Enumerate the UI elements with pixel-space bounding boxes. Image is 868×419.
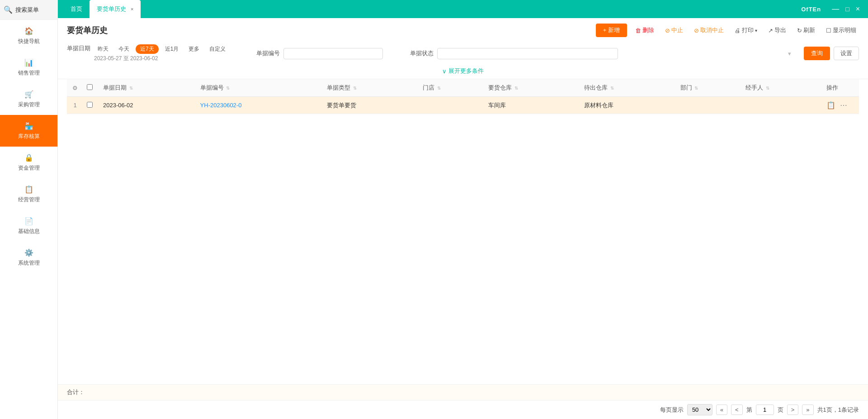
top-right-area: OfTEn — □ × <box>801 5 863 13</box>
col-checkbox[interactable] <box>83 79 99 97</box>
date-filter-group: 单据日期 昨天 今天 近7天 近1月 更多 自定义 2023-05-27 至 2… <box>67 44 229 62</box>
sidebar-item-label: 经营管理 <box>18 196 40 204</box>
date-last1month-button[interactable]: 近1月 <box>161 44 183 54</box>
select-all-checkbox[interactable] <box>87 84 93 90</box>
print-button[interactable]: 🖨 打印 ▾ <box>732 24 760 36</box>
operation-icon <box>24 185 33 194</box>
sidebar-item-inventory[interactable]: 库存核算 <box>0 115 57 147</box>
display-detail-button[interactable]: ☐ 显示明细 <box>823 24 859 36</box>
sidebar-item-sales[interactable]: 销售管理 <box>0 52 57 83</box>
col-date[interactable]: 单据日期 ⇅ <box>99 79 197 97</box>
sidebar-item-system[interactable]: 系统管理 <box>0 242 57 273</box>
sidebar-item-label: 库存核算 <box>18 133 40 140</box>
col-store[interactable]: 门店 ⇅ <box>419 79 485 97</box>
refresh-button[interactable]: ↻ 刷新 <box>794 24 818 36</box>
doc-no-input[interactable] <box>283 48 383 59</box>
store-sort-icon: ⇅ <box>437 86 441 90</box>
date-last7days-button[interactable]: 近7天 <box>136 44 159 54</box>
row-actions: 📋 ⋯ <box>823 97 859 114</box>
date-today-button[interactable]: 今天 <box>115 44 133 54</box>
export-icon: ↗ <box>768 27 773 34</box>
prev-page-button[interactable]: < <box>731 405 743 415</box>
search-icon <box>4 5 13 14</box>
row-num: 1 <box>67 97 83 114</box>
date-range-display: 2023-05-27 至 2023-06-02 <box>94 55 229 62</box>
tab-home[interactable]: 首页 <box>63 0 90 18</box>
inventory-icon <box>24 121 33 131</box>
print-icon: 🖨 <box>735 27 741 34</box>
window-minimize-button[interactable]: — <box>829 5 842 13</box>
sidebar-item-quick-nav[interactable]: 快捷导航 <box>0 20 57 52</box>
sidebar-search[interactable]: 搜索菜单 <box>0 0 57 20</box>
col-doc-type[interactable]: 单据类型 ⇅ <box>323 79 419 97</box>
export-button[interactable]: ↗ 导出 <box>765 24 789 36</box>
main-area: 首页 要货单历史 × OfTEn — □ × 要货单历史 + 新增 🗑 <box>58 0 868 419</box>
sidebar-item-label: 基础信息 <box>18 228 40 235</box>
add-button[interactable]: + 新增 <box>596 24 627 37</box>
row-more-icon[interactable]: ⋯ <box>840 101 847 109</box>
row-edit-icon[interactable]: 📋 <box>826 101 835 109</box>
brand-logo: OfTEn <box>801 6 821 13</box>
settings-button[interactable]: 设置 <box>834 47 859 60</box>
col-req-warehouse[interactable]: 要货仓库 ⇅ <box>485 79 580 97</box>
col-handler[interactable]: 经手人 ⇅ <box>742 79 823 97</box>
doc-no-sort-icon: ⇅ <box>226 86 230 90</box>
status-filter-group: 单据状态 ▾ <box>410 48 795 59</box>
sidebar-item-label: 采购管理 <box>18 101 40 109</box>
tab-requisition-history[interactable]: 要货单历史 × <box>90 0 141 18</box>
last-page-button[interactable]: » <box>802 405 813 415</box>
sidebar-item-basic[interactable]: 基础信息 <box>0 210 57 242</box>
status-select-arrow: ▾ <box>788 50 791 57</box>
row-checkbox[interactable] <box>83 97 99 114</box>
top-bar: 首页 要货单历史 × OfTEn — □ × <box>58 0 868 18</box>
page-size-select[interactable]: 50 100 200 <box>687 404 712 415</box>
col-department[interactable]: 部门 ⇅ <box>677 79 742 97</box>
row-req-warehouse: 车间库 <box>485 97 580 114</box>
sales-icon <box>24 58 33 67</box>
tab-home-label: 首页 <box>71 5 82 13</box>
query-button[interactable]: 查询 <box>804 47 830 60</box>
req-warehouse-sort-icon: ⇅ <box>514 86 518 90</box>
date-options-wrap: 昨天 今天 近7天 近1月 更多 自定义 2023-05-27 至 2023-0… <box>94 44 229 62</box>
expand-more-button[interactable]: ∨ 展开更多条件 <box>442 67 484 75</box>
row-date: 2023-06-02 <box>99 97 197 114</box>
row-pending-warehouse: 原材料仓库 <box>580 97 676 114</box>
table-header-row: ⚙ 单据日期 ⇅ 单据编号 ⇅ <box>67 79 859 97</box>
cancel-stop-icon: ⊘ <box>694 27 699 34</box>
table-body: 1 2023-06-02 YH-20230602-0 要货单要货 车间库 原材料… <box>67 97 859 114</box>
table-row[interactable]: 1 2023-06-02 YH-20230602-0 要货单要货 车间库 原材料… <box>67 97 859 114</box>
tab-close-button[interactable]: × <box>131 6 133 12</box>
expand-icon: ∨ <box>442 68 447 75</box>
col-settings[interactable]: ⚙ <box>67 79 83 97</box>
status-select[interactable] <box>437 48 618 59</box>
col-pending-warehouse[interactable]: 待出仓库 ⇅ <box>580 79 676 97</box>
col-doc-no[interactable]: 单据编号 ⇅ <box>197 79 323 97</box>
cancel-stop-button[interactable]: ⊘ 取消中止 <box>691 24 726 36</box>
date-more-button[interactable]: 更多 <box>185 44 203 54</box>
sidebar-item-label: 销售管理 <box>18 69 40 77</box>
finance-icon <box>24 153 33 162</box>
row-department <box>677 97 742 114</box>
sidebar-item-operation[interactable]: 经营管理 <box>0 178 57 210</box>
sidebar-search-label: 搜索菜单 <box>15 6 39 14</box>
doc-no-label: 单据编号 <box>256 49 280 57</box>
window-close-button[interactable]: × <box>853 5 863 13</box>
next-page-button[interactable]: > <box>787 405 799 415</box>
stop-button[interactable]: ⊘ 中止 <box>662 24 686 36</box>
delete-button[interactable]: 🗑 删除 <box>632 24 657 36</box>
row-select-checkbox[interactable] <box>87 102 93 108</box>
status-select-wrap: ▾ <box>437 48 795 59</box>
sidebar-item-purchase[interactable]: 采购管理 <box>0 83 57 115</box>
window-maximize-button[interactable]: □ <box>843 5 852 13</box>
doc-no-link[interactable]: YH-20230602-0 <box>200 102 242 109</box>
date-custom-button[interactable]: 自定义 <box>206 44 229 54</box>
page-title: 要货单历史 <box>67 25 108 36</box>
date-yesterday-button[interactable]: 昨天 <box>94 44 112 54</box>
sidebar-item-finance[interactable]: 资金管理 <box>0 147 57 178</box>
system-icon <box>24 248 33 257</box>
per-page-label: 每页显示 <box>660 406 684 414</box>
page-number-input[interactable] <box>756 405 774 415</box>
first-page-button[interactable]: « <box>716 405 727 415</box>
summary-label: 合计： <box>67 389 85 395</box>
row-doc-no: YH-20230602-0 <box>197 97 323 114</box>
